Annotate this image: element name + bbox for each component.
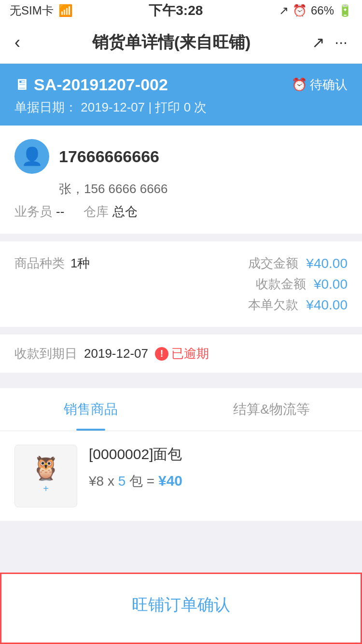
summary-section: 商品种类 1种 成交金额 ¥40.00 收款金额 ¥0.00 本单欠款 ¥40.…: [0, 241, 362, 327]
battery-text: 66%: [311, 4, 334, 17]
battery-icon: 🔋: [338, 4, 352, 17]
summary-row: 商品种类 1种 成交金额 ¥40.00 收款金额 ¥0.00 本单欠款 ¥40.…: [14, 255, 348, 313]
product-type-label: 商品种类: [14, 255, 65, 272]
due-label: 本单欠款: [248, 296, 298, 313]
status-badge: ⏰ 待确认: [292, 76, 348, 93]
carrier-text: 无SIM卡: [10, 3, 54, 18]
divider-2: [0, 327, 362, 335]
amount-row: 成交金额 ¥40.00: [248, 255, 348, 272]
product-info: [0000002]面包 ¥8 x 5 包 = ¥40: [89, 445, 348, 490]
amount-label: 成交金额: [248, 255, 298, 272]
tabs: 销售商品 结算&物流等: [0, 388, 362, 431]
customer-section: 👤 17666666666 张，156 6666 6666 业务员 -- 仓库 …: [0, 126, 362, 234]
tab-settlement-label: 结算&物流等: [233, 400, 310, 419]
warehouse-value: 总仓: [112, 203, 138, 220]
divider-1: [0, 234, 362, 241]
received-value: ¥0.00: [314, 277, 348, 292]
status-right: ↗ ⏰ 66% 🔋: [279, 4, 352, 17]
date-value: 2019-12-07: [81, 100, 145, 114]
salesman-item: 业务员 --: [14, 203, 64, 220]
salesman-label: 业务员: [14, 203, 52, 220]
more-icon[interactable]: ···: [334, 33, 348, 51]
total-price: ¥40: [158, 473, 182, 489]
product-name: [0000002]面包: [89, 445, 348, 464]
tab-sales-products[interactable]: 销售商品: [0, 388, 181, 431]
clock-icon: ⏰: [292, 77, 307, 92]
quantity: 5: [118, 474, 126, 489]
status-time: 下午3:28: [149, 1, 203, 20]
status-left: 无SIM卡 📶: [10, 3, 73, 18]
overdue-badge: ! 已逾期: [155, 345, 209, 362]
tab-settlement[interactable]: 结算&物流等: [181, 388, 362, 431]
nav-actions: ↗ ···: [299, 33, 348, 52]
due-date-section: 收款到期日 2019-12-07 ! 已逾期: [0, 335, 362, 373]
customer-detail: 张，156 6666 6666: [14, 181, 348, 197]
header-top: 🖥 SA-20191207-002 ⏰ 待确认: [14, 75, 348, 94]
date-label: 单据日期：: [14, 100, 77, 114]
warehouse-label: 仓库: [84, 203, 109, 220]
wifi-icon: 📶: [58, 4, 73, 17]
product-type-value: 1种: [70, 255, 90, 272]
confirm-button[interactable]: 旺铺订单确认: [16, 584, 346, 626]
nav-bar: ‹ 销货单详情(来自旺铺) ↗ ···: [0, 21, 362, 64]
avatar: 👤: [14, 139, 49, 174]
tabs-container: 销售商品 结算&物流等: [0, 388, 362, 431]
print-info: | 打印 0 次: [148, 100, 207, 114]
product-thumbnail: 🦉 +: [14, 445, 77, 507]
overdue-text: 已逾期: [171, 345, 209, 362]
customer-phone: 17666666666: [59, 147, 159, 166]
overdue-icon: !: [155, 347, 168, 361]
owl-icon: 🦉: [31, 457, 60, 480]
warehouse-item: 仓库 总仓: [84, 203, 138, 220]
order-id: 🖥 SA-20191207-002: [14, 75, 168, 94]
tab-sales-products-label: 销售商品: [64, 400, 118, 419]
received-label: 收款金额: [256, 276, 306, 293]
product-item: 🦉 + [0000002]面包 ¥8 x 5 包 = ¥40: [0, 431, 362, 521]
summary-right: 成交金额 ¥40.00 收款金额 ¥0.00 本单欠款 ¥40.00: [248, 255, 348, 313]
received-row: 收款金额 ¥0.00: [256, 276, 348, 293]
divider-3: [0, 373, 362, 380]
customer-meta: 业务员 -- 仓库 总仓: [14, 203, 348, 220]
product-price: ¥8 x 5 包 = ¥40: [89, 472, 348, 490]
due-date-label: 收款到期日: [14, 345, 77, 362]
unit: 包: [129, 474, 143, 489]
confirm-btn-container: 旺铺订单确认: [0, 573, 362, 644]
customer-top: 👤 17666666666: [14, 139, 348, 174]
status-bar: 无SIM卡 📶 下午3:28 ↗ ⏰ 66% 🔋: [0, 0, 362, 21]
summary-left: 商品种类 1种: [14, 255, 90, 272]
unit-price: ¥8: [89, 474, 104, 489]
alarm-icon: ⏰: [292, 4, 307, 17]
order-icon: 🖥: [14, 77, 29, 93]
order-header: 🖥 SA-20191207-002 ⏰ 待确认 单据日期： 2019-12-07…: [0, 64, 362, 126]
price-separator: x: [108, 474, 118, 489]
equals-sign: =: [147, 474, 158, 489]
due-row: 本单欠款 ¥40.00: [248, 296, 348, 313]
product-thumb-inner: 🦉 +: [31, 457, 60, 495]
order-id-text: SA-20191207-002: [34, 75, 168, 94]
location-icon: ↗: [279, 4, 289, 17]
back-button[interactable]: ‹: [14, 32, 43, 53]
due-value: ¥40.00: [306, 297, 348, 313]
due-date-value: 2019-12-07: [84, 346, 148, 361]
amount-value: ¥40.00: [306, 256, 348, 271]
share-icon[interactable]: ↗: [312, 33, 325, 52]
plus-icon: +: [43, 483, 49, 494]
tab-indicator: [76, 429, 105, 431]
order-date: 单据日期： 2019-12-07 | 打印 0 次: [14, 99, 348, 116]
order-status: 待确认: [310, 76, 348, 93]
page-title: 销货单详情(来自旺铺): [43, 31, 299, 54]
salesman-value: --: [56, 204, 64, 219]
avatar-icon: 👤: [21, 146, 43, 167]
